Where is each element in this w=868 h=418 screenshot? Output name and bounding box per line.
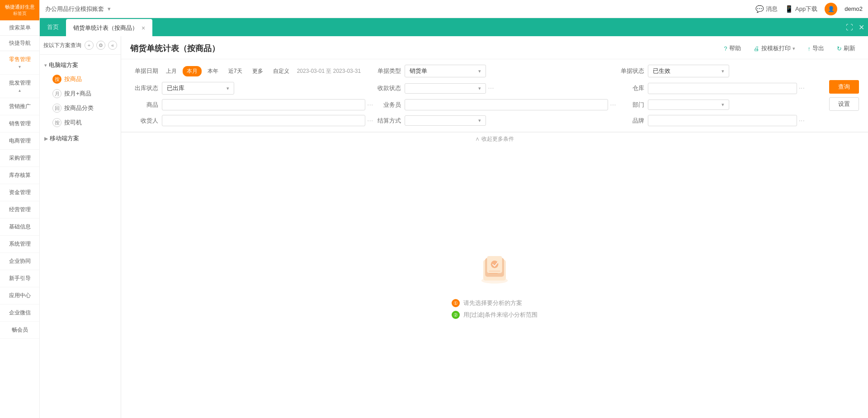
app-download-btn[interactable]: 📱 App下载 bbox=[785, 5, 817, 13]
warehouse-select[interactable]: 已出库 ▾ bbox=[162, 82, 234, 95]
warehouse-label: 出库状态 bbox=[130, 84, 162, 92]
empty-tips: ① 请先选择要分析的方案 ② 用[过滤]条件来缩小分析范围 bbox=[452, 299, 537, 319]
settings-scheme-btn[interactable]: ⚙ bbox=[96, 41, 105, 50]
warehouse-control: 已出库 ▾ bbox=[162, 82, 373, 95]
filter-cell-salesman: 业务员 ··· bbox=[373, 99, 616, 110]
collection-select[interactable]: ▾ bbox=[405, 83, 486, 94]
tree-child-by-category[interactable]: 回 按商品分类 bbox=[40, 101, 121, 115]
refresh-btn[interactable]: ↻ 刷新 bbox=[833, 43, 859, 54]
status-label: 单据状态 bbox=[616, 67, 648, 75]
filter-cell-brand: 品牌 ··· bbox=[616, 115, 859, 126]
sidebar-item-label: 企业协同 bbox=[2, 257, 38, 265]
sidebar-item-member[interactable]: 畅会员 bbox=[0, 322, 39, 339]
topbar-arrow-icon[interactable]: ▾ bbox=[108, 5, 111, 12]
app-logo[interactable]: 畅捷通好生意 标签页 bbox=[0, 0, 39, 20]
sidebar-item-wholesale[interactable]: 批发管理 ▴ bbox=[0, 75, 39, 98]
user-name[interactable]: demo2 bbox=[844, 5, 863, 12]
export-btn[interactable]: ↑ 导出 bbox=[804, 43, 828, 54]
type-select[interactable]: 销货单 ▾ bbox=[405, 65, 486, 77]
print-btn[interactable]: 🖨 按模板打印 ▾ bbox=[750, 43, 799, 54]
storage-input[interactable] bbox=[648, 83, 797, 94]
tab-active[interactable]: 销货单统计表（按商品） × bbox=[66, 19, 152, 37]
tab-maximize-icon[interactable]: ⛶ ✕ bbox=[846, 23, 864, 32]
user-avatar[interactable]: 👤 bbox=[825, 3, 837, 15]
tree-child-by-month-product[interactable]: 月 按月+商品 bbox=[40, 86, 121, 101]
tree-parent-desktop[interactable]: ▾ 电脑端方案 bbox=[40, 58, 121, 72]
status-select[interactable]: 已生效 ▾ bbox=[648, 65, 729, 77]
query-button[interactable]: 查询 bbox=[829, 80, 859, 94]
storage-control: ··· bbox=[648, 83, 805, 94]
help-icon: ? bbox=[724, 45, 727, 52]
salesman-more-icon[interactable]: ··· bbox=[610, 101, 616, 109]
sidebar-item-marketing[interactable]: 营销推广 bbox=[0, 98, 39, 115]
topbar-right: 💬 消息 📱 App下载 👤 demo2 bbox=[755, 3, 863, 15]
svg-point-4 bbox=[491, 261, 499, 268]
date-btn-7days[interactable]: 近7天 bbox=[224, 66, 246, 76]
brand-input[interactable] bbox=[648, 115, 797, 126]
export-label: 导出 bbox=[812, 44, 824, 52]
tree-parent-mobile-label: 移动端方案 bbox=[50, 134, 79, 142]
filter-cell-goods: 商品 ··· bbox=[130, 99, 373, 110]
status-value: 已生效 bbox=[653, 67, 670, 75]
sidebar-item-enterprise[interactable]: 企业协同 bbox=[0, 253, 39, 270]
tip-text-2: 用[过滤]条件来缩小分析范围 bbox=[463, 311, 537, 319]
date-btn-this-month[interactable]: 本月 bbox=[183, 66, 202, 76]
sidebar-item-newbie[interactable]: 新手引导 bbox=[0, 270, 39, 287]
goods-input[interactable] bbox=[162, 99, 365, 110]
storage-more-icon[interactable]: ··· bbox=[799, 84, 805, 92]
dept-select[interactable]: ▾ bbox=[648, 100, 729, 110]
empty-tip-2: ② 用[过滤]条件来缩小分析范围 bbox=[452, 311, 537, 319]
content-area: 按以下方案查询 + ⚙ « ▾ 电脑端方案 按 按商品 月 按月+ bbox=[40, 36, 868, 418]
date-btn-this-year[interactable]: 本年 bbox=[203, 66, 222, 76]
dept-control: ▾ bbox=[648, 100, 805, 110]
settings-button[interactable]: 设置 bbox=[829, 97, 859, 111]
date-btn-custom[interactable]: 自定义 bbox=[269, 66, 293, 76]
collapse-bar[interactable]: ∧ 收起更多条件 bbox=[121, 132, 868, 146]
help-btn[interactable]: ? 帮助 bbox=[720, 43, 744, 54]
brand-more-icon[interactable]: ··· bbox=[799, 117, 805, 125]
sidebar-quick[interactable]: 快捷导航 bbox=[0, 36, 39, 51]
tab-close-icon[interactable]: × bbox=[142, 24, 145, 32]
left-panel-actions: + ⚙ « bbox=[85, 41, 117, 50]
tree-parent-mobile[interactable]: ▶ 移动端方案 bbox=[40, 132, 121, 145]
message-btn[interactable]: 💬 消息 bbox=[755, 5, 778, 13]
collapse-panel-btn[interactable]: « bbox=[108, 41, 117, 50]
tree-child-label: 按司机 bbox=[64, 119, 82, 127]
settlement-select[interactable]: ▾ bbox=[405, 115, 486, 126]
filter-cell-date: 单据日期 上月 本月 本年 近7天 更多 自定义 2023-03-01 至 20… bbox=[130, 65, 373, 77]
sidebar-item-basic[interactable]: 基础信息 bbox=[0, 218, 39, 236]
logo-text: 畅捷通好生意 bbox=[2, 4, 38, 10]
page-title: 销货单统计表（按商品） bbox=[130, 43, 220, 54]
tree-child-by-register[interactable]: 按 按司机 bbox=[40, 115, 121, 130]
sidebar-item-retail[interactable]: 零售管理 ▾ bbox=[0, 51, 39, 75]
consignee-input[interactable] bbox=[162, 115, 365, 126]
tip-num-1: ① bbox=[452, 299, 460, 307]
sidebar-item-sales[interactable]: 销售管理 bbox=[0, 115, 39, 133]
consignee-more-icon[interactable]: ··· bbox=[367, 117, 373, 125]
date-btn-more[interactable]: 更多 bbox=[248, 66, 267, 76]
sidebar-item-finance[interactable]: 资金管理 bbox=[0, 184, 39, 201]
sidebar-item-wechat[interactable]: 企业微信 bbox=[0, 304, 39, 322]
sidebar-item-purchase[interactable]: 采购管理 bbox=[0, 150, 39, 167]
sidebar-search[interactable]: 搜索菜单 bbox=[0, 20, 39, 36]
app-download-label: App下载 bbox=[795, 5, 817, 13]
sidebar-item-inventory[interactable]: 库存核算 bbox=[0, 167, 39, 184]
goods-more-icon[interactable]: ··· bbox=[367, 101, 373, 109]
consignee-control: ··· bbox=[162, 115, 373, 126]
sidebar-item-apps[interactable]: 应用中心 bbox=[0, 287, 39, 304]
sidebar-item-system[interactable]: 系统管理 bbox=[0, 236, 39, 253]
empty-tip-1: ① 请先选择要分析的方案 bbox=[452, 299, 537, 307]
add-scheme-btn[interactable]: + bbox=[85, 41, 94, 50]
print-icon: 🖨 bbox=[754, 45, 760, 52]
topbar: 办公用品行业模拟账套 ▾ 💬 消息 📱 App下载 👤 demo2 bbox=[40, 0, 868, 18]
sidebar-item-ecommerce[interactable]: 电商管理 bbox=[0, 133, 39, 150]
tree-child-by-product[interactable]: 按 按商品 bbox=[40, 72, 121, 86]
date-btn-last-month[interactable]: 上月 bbox=[162, 66, 181, 76]
print-arrow-icon: ▾ bbox=[793, 46, 795, 52]
avatar-image: 👤 bbox=[828, 6, 835, 12]
sidebar-item-operations[interactable]: 经营管理 bbox=[0, 201, 39, 218]
collection-more-icon[interactable]: ··· bbox=[488, 84, 494, 92]
tab-home[interactable]: 首页 bbox=[40, 18, 66, 36]
message-label: 消息 bbox=[766, 5, 778, 13]
salesman-input[interactable] bbox=[405, 99, 608, 110]
